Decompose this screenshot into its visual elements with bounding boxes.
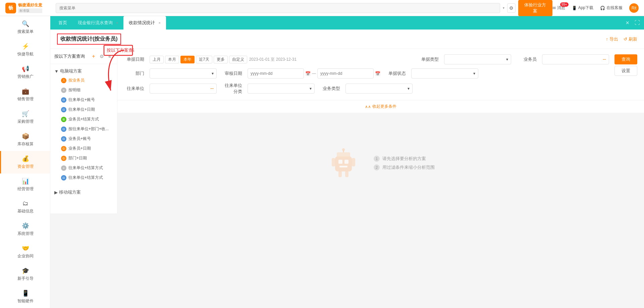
- review-date-from[interactable]: [248, 68, 304, 79]
- counterpart-category-select[interactable]: ▾: [248, 84, 315, 94]
- header-search-input[interactable]: [56, 3, 500, 13]
- scheme-item-unit-date[interactable]: ⊟ 往来单位+日期: [54, 105, 113, 114]
- review-date-to[interactable]: [317, 68, 374, 79]
- scheme-item-unit-settle2[interactable]: ⊟ 往来单位+结算方式: [54, 173, 113, 183]
- page-title: 收款情况统计(按业务员): [57, 34, 121, 45]
- scheme-item-sales-date-label: 业务员+日期: [68, 146, 91, 151]
- date-tabs: 上月 本月 本年 近7天 更多 自定义: [150, 56, 247, 63]
- date-tab-this-year[interactable]: 本年: [180, 56, 195, 63]
- scheme-category-mobile-title[interactable]: ▶ 移动端方案: [54, 188, 113, 197]
- sidebar-item-quicknav[interactable]: ⚡ 快捷导航: [0, 39, 50, 61]
- tab-bankflow[interactable]: 现金银行流水查询 ×: [72, 16, 123, 30]
- salesperson-more-icon[interactable]: ···: [603, 57, 606, 62]
- dropdown-arrow-icon[interactable]: ▾: [503, 6, 504, 10]
- tab-bar-close-button[interactable]: ×: [624, 18, 631, 28]
- filter-settings-button[interactable]: 设置: [614, 66, 637, 76]
- svg-rect-3: [339, 166, 347, 167]
- scheme-item-salesperson[interactable]: 人 按业务员: [54, 75, 113, 85]
- scheme-category-desktop-label: 电脑端方案: [60, 68, 82, 74]
- scheme-item-sales-settle[interactable]: ⊞ 业务员+结算方式: [54, 114, 113, 124]
- sidebar-item-sales[interactable]: 💼 销售管理: [0, 84, 50, 106]
- sidebar-item-hardware[interactable]: 📱 智能硬件: [0, 286, 50, 308]
- sidebar-item-operations[interactable]: 📊 经营管理: [0, 173, 50, 196]
- user-avatar[interactable]: Rit: [629, 3, 639, 13]
- calendar-to-icon[interactable]: 📅: [375, 71, 380, 76]
- sidebar-item-finance[interactable]: 💰 资金管理: [0, 151, 50, 173]
- counterpart-more-icon[interactable]: ···: [210, 86, 214, 91]
- date-range-text: 2023-01-01 至 2023-12-31: [249, 57, 297, 62]
- date-tab-this-month[interactable]: 本月: [165, 56, 179, 63]
- sidebar-item-inventory[interactable]: 📦 库存核算: [0, 129, 50, 151]
- calendar-from-icon[interactable]: 📅: [305, 71, 311, 76]
- sidebar-item-purchase[interactable]: 🛒 采购管理: [0, 106, 50, 129]
- date-tab-last-month[interactable]: 上月: [150, 56, 164, 63]
- online-service-button[interactable]: 🎧 在线客服: [600, 5, 623, 11]
- review-date-range: 📅 — 📅: [248, 68, 380, 79]
- scheme-item-salesperson-icon: 人: [61, 78, 66, 83]
- scheme-item-sales-date-icon: ⊙: [61, 146, 66, 151]
- svg-rect-8: [337, 152, 350, 157]
- doc-status-select[interactable]: ▾: [411, 68, 478, 79]
- step-1-number: 1: [374, 156, 380, 162]
- header-nav-area: ▾ ⚙ 体验行业方案: [56, 0, 552, 16]
- chevron-down-icon: ▼: [54, 69, 59, 74]
- header-gear-button[interactable]: ⚙: [507, 3, 516, 13]
- salesperson-select[interactable]: ···: [542, 54, 609, 64]
- quicknav-icon: ⚡: [22, 43, 29, 50]
- counterpart-select[interactable]: ···: [150, 84, 217, 94]
- department-select[interactable]: ▾: [150, 68, 217, 79]
- date-label: 单据日期: [124, 56, 144, 62]
- sidebar-item-basicinfo[interactable]: 🗂 基础信息: [0, 196, 50, 218]
- doc-type-select[interactable]: ▾: [444, 54, 511, 64]
- demo-button[interactable]: 体验行业方案: [518, 0, 552, 16]
- sidebar-item-search-label: 搜索菜单: [17, 29, 34, 35]
- search-icon: 🔍: [22, 20, 29, 28]
- svg-rect-4: [332, 158, 335, 166]
- finance-icon: 💰: [22, 155, 29, 162]
- date-tab-custom[interactable]: 自定义: [229, 56, 247, 63]
- main-layout: 🔍 搜索菜单 ⚡ 快捷导航 📢 营销推广 💼 销售管理 🛒 采购管理 📦 库存核…: [0, 16, 644, 308]
- scheme-item-detail-label: 按明细: [68, 87, 80, 93]
- sidebar-item-search[interactable]: 🔍 搜索菜单: [0, 16, 50, 39]
- sidebar-item-system[interactable]: ⚙️ 系统管理: [0, 218, 50, 241]
- tab-collection[interactable]: 收款情况统计 ×: [123, 16, 166, 30]
- collapse-bar[interactable]: ∧∧ 收起更多条件: [117, 100, 644, 113]
- date-tab-7days[interactable]: 近7天: [196, 56, 212, 63]
- scheme-settings-button[interactable]: ⚙: [98, 53, 105, 60]
- scheme-item-detail[interactable]: ≡ 按明细: [54, 85, 113, 95]
- sidebar: 🔍 搜索菜单 ⚡ 快捷导航 📢 营销推广 💼 销售管理 🛒 采购管理 📦 库存核…: [0, 16, 50, 308]
- scheme-item-unit-account-label: 往来单位+账号: [68, 97, 95, 103]
- query-button[interactable]: 查询: [614, 54, 637, 64]
- empty-step-2: 2 用过滤条件来缩小分析范围: [374, 164, 435, 170]
- tab-collection-close[interactable]: ×: [158, 21, 160, 25]
- scheme-item-sales-date[interactable]: ⊙ 业务员+日期: [54, 144, 113, 153]
- sidebar-item-guide[interactable]: 🎓 新手引导: [0, 263, 50, 286]
- system-icon: ⚙️: [22, 222, 29, 229]
- svg-rect-0: [335, 156, 352, 171]
- sidebar-item-enterprise[interactable]: 🤝 企业协同: [0, 241, 50, 263]
- sidebar-item-marketing[interactable]: 📢 营销推广: [0, 61, 50, 84]
- scheme-header-title: 按以下方案查询: [54, 53, 89, 59]
- tab-home[interactable]: 首页: [53, 20, 72, 26]
- export-button[interactable]: ↑ 导出: [606, 36, 619, 42]
- app-download-button[interactable]: 📱 App下载: [572, 5, 593, 11]
- refresh-button[interactable]: ↺ 刷新: [624, 36, 637, 42]
- scheme-item-unit-account[interactable]: ⊟ 往来单位+账号: [54, 95, 113, 105]
- date-tab-more[interactable]: 更多: [214, 56, 228, 63]
- tab-bar-right: × ⛶: [624, 18, 641, 28]
- doc-type-label: 单据类型: [419, 56, 439, 62]
- scheme-item-unit-settle1[interactable]: ≡ 往来单位+结算方式: [54, 163, 113, 173]
- messages-button[interactable]: ✉ 消息 99+: [552, 5, 565, 11]
- scheme-item-dept-date-icon: ⊙: [61, 156, 66, 161]
- tab-bar-expand-button[interactable]: ⛶: [633, 18, 641, 27]
- scheme-item-sales-account[interactable]: ⊟ 业务员+账号: [54, 134, 113, 144]
- scheme-add-button[interactable]: +: [90, 53, 97, 60]
- review-date-label: 审核日期: [222, 70, 242, 76]
- hardware-icon: 📱: [22, 290, 29, 297]
- biz-type-select[interactable]: ▾: [345, 84, 413, 94]
- scheme-item-dept-date[interactable]: ⊙ 部门+日期: [54, 153, 113, 163]
- scheme-category-desktop-title[interactable]: ▼ 电脑端方案: [54, 67, 113, 75]
- scheme-item-unit-dept[interactable]: ⊟ 按往来单位+部门+收...: [54, 124, 113, 134]
- tab-bankflow-close[interactable]: ×: [116, 21, 118, 25]
- scheme-collapse-button[interactable]: «: [106, 53, 113, 60]
